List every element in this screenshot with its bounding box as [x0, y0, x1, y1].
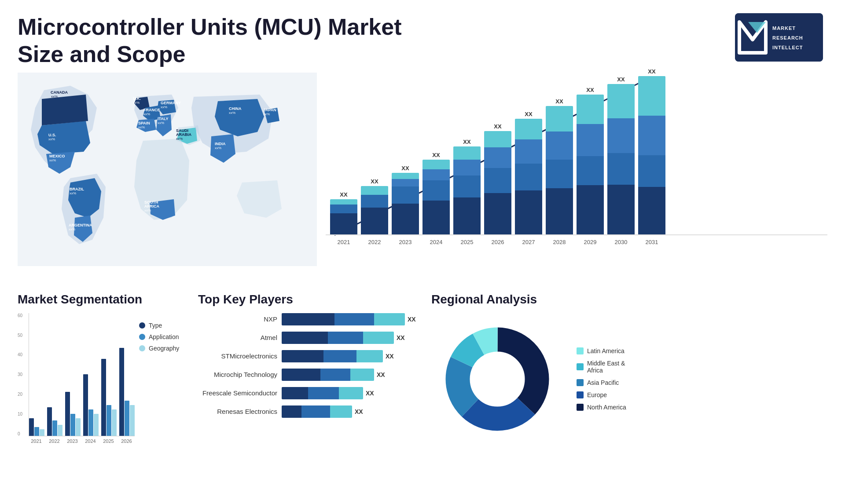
legend-label-asia-pacific: Asia Pacific [587, 379, 619, 386]
bar-val-2029: XX [586, 87, 594, 93]
bar-2025: XX [453, 139, 481, 234]
svg-text:GERMANY: GERMANY [161, 101, 181, 105]
legend-label-north-america: North America [587, 404, 626, 411]
seg-bar-type-2025 [101, 359, 106, 436]
legend-label-geography: Geography [149, 345, 179, 352]
x-label-2021: 2021 [330, 239, 357, 245]
player-bar-renesas: XX [282, 405, 363, 418]
bar-seg3 [453, 160, 481, 175]
svg-text:xx%: xx% [69, 227, 75, 231]
legend-item-asia-pacific: Asia Pacific [577, 379, 626, 386]
donut-center [473, 355, 522, 403]
players-section: Top Key Players NXP XX Atmel XX [198, 292, 418, 504]
bar-2026: XX [484, 123, 511, 234]
x-label-2031: 2031 [638, 239, 665, 245]
donut-chart [431, 313, 563, 445]
player-name-freescale: Freescale Semiconductor [198, 389, 277, 397]
seg-group-2021 [29, 418, 44, 436]
bar-stack-2023 [392, 173, 419, 234]
legend-item-application: Application [139, 333, 179, 340]
seg-bar-app-2024 [88, 409, 93, 436]
donut-area: Latin America Middle East &Africa Asia P… [431, 313, 827, 445]
bar-seg4 [453, 146, 481, 160]
svg-text:xx%: xx% [48, 137, 55, 141]
bar-2022: XX [361, 178, 388, 234]
svg-text:FRANCE: FRANCE [143, 108, 160, 112]
bar-seg2 [330, 205, 357, 213]
bar-seg2 [607, 153, 635, 185]
seg-bars [29, 313, 135, 436]
seg-bar-geo-2025 [112, 409, 117, 436]
player-name-renesas: Renesas Electronics [198, 408, 277, 415]
bar-seg1 [638, 187, 665, 234]
bar-seg3 [361, 186, 388, 195]
svg-text:xx%: xx% [161, 105, 167, 109]
bar-seg2 [392, 186, 419, 204]
seg-bar-type-2023 [65, 392, 70, 436]
x-label-2026: 2026 [484, 239, 511, 245]
bar-seg3 [330, 199, 357, 205]
bar-stack-2025 [453, 146, 481, 234]
seg-group-2025 [101, 359, 117, 436]
bar-val-2023: XX [401, 165, 409, 172]
bar-stack-2031 [638, 76, 665, 234]
legend-item-mea: Middle East &Africa [577, 360, 626, 374]
legend-item-north-america: North America [577, 404, 626, 411]
bar-seg3 [577, 124, 604, 156]
svg-text:ARABIA: ARABIA [176, 132, 191, 137]
legend-label-latin-america: Latin America [587, 347, 625, 354]
svg-text:U.K.: U.K. [133, 96, 141, 101]
segmentation-section: Market Segmentation 0 10 20 30 40 50 60 [18, 292, 185, 504]
seg-legend: Type Application Geography [139, 322, 179, 352]
player-row-renesas: Renesas Electronics XX [198, 405, 418, 418]
svg-text:xx%: xx% [158, 121, 164, 125]
bar-seg1 [607, 185, 635, 234]
seg-bar-type-2024 [83, 374, 88, 436]
bar-seg4 [484, 131, 511, 148]
svg-text:xx%: xx% [229, 111, 235, 115]
player-bar-visual-freescale [282, 387, 363, 399]
x-label-2027: 2027 [515, 239, 542, 245]
map-section: CANADA xx% U.S. xx% MEXICO xx% BRAZIL xx… [18, 73, 317, 284]
seg-group-2024 [83, 374, 99, 436]
legend-dot-geography [139, 345, 145, 351]
seg-bar-geo-2023 [76, 418, 81, 436]
svg-text:U.S.: U.S. [48, 133, 56, 137]
bar-seg1 [422, 201, 450, 234]
player-value-atmel: XX [397, 334, 405, 341]
x-label-2024: 2024 [422, 239, 450, 245]
svg-text:JAPAN: JAPAN [263, 108, 276, 112]
svg-text:xx%: xx% [263, 112, 270, 116]
player-value-renesas: XX [355, 408, 363, 415]
player-bar-visual-renesas [282, 405, 352, 418]
bar-2021: XX [330, 191, 357, 234]
bar-2028: XX [546, 98, 573, 234]
bar-seg2 [546, 160, 573, 188]
bar-2024: XX [422, 152, 450, 234]
x-label-2030: 2030 [607, 239, 635, 245]
seg-x-labels: 2021 2022 2023 2024 2025 2026 [29, 438, 135, 444]
bar-stack-2030 [607, 84, 635, 234]
regional-legend: Latin America Middle East &Africa Asia P… [577, 347, 626, 411]
seg-bar-geo-2024 [94, 414, 99, 436]
player-bar-microchip: XX [282, 369, 385, 381]
player-bar-visual-atmel [282, 332, 394, 344]
svg-text:xx%: xx% [51, 95, 58, 99]
bar-val-2028: XX [555, 98, 563, 105]
player-row-freescale: Freescale Semiconductor XX [198, 387, 418, 399]
player-name-nxp: NXP [198, 315, 277, 323]
bar-seg3 [638, 116, 665, 155]
bar-seg3 [607, 118, 635, 153]
legend-color-europe [577, 391, 584, 398]
bar-seg1 [546, 188, 573, 234]
player-bar-freescale: XX [282, 387, 374, 399]
legend-label-application: Application [149, 333, 179, 340]
x-label-2025: 2025 [453, 239, 481, 245]
bar-stack-2022 [361, 186, 388, 234]
bar-val-2031: XX [648, 68, 655, 75]
seg-bar-geo-2022 [58, 425, 62, 436]
bar-seg3 [422, 169, 450, 181]
seg-y-axis: 0 10 20 30 40 50 60 [18, 313, 22, 436]
legend-item-geography: Geography [139, 345, 179, 352]
growth-chart-section: XX XX XX [326, 73, 827, 284]
